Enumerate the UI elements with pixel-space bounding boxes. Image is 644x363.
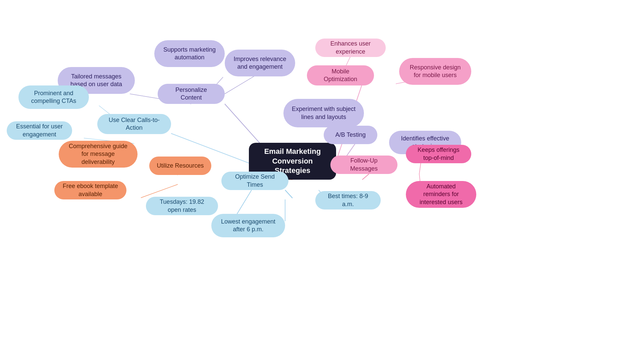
prominent-cta-node: Prominent and compelling CTAs bbox=[18, 85, 89, 109]
experiment-node: Experiment with subject lines and layout… bbox=[283, 99, 364, 127]
free-ebook-node: Free ebook template available bbox=[54, 181, 126, 199]
optimize-send-times-node: Optimize Send Times bbox=[221, 172, 288, 190]
svg-line-16 bbox=[285, 190, 292, 198]
personalize-content-node: Personalize Content bbox=[158, 84, 225, 104]
svg-line-13 bbox=[362, 174, 369, 180]
utilize-resources-node: Utilize Resources bbox=[149, 157, 211, 175]
responsive-design-node: Responsive design for mobile users bbox=[399, 58, 471, 85]
improves-relevance-node: Improves relevance and engagement bbox=[225, 50, 295, 76]
mobile-optimization-node: Mobile Optimization bbox=[307, 65, 374, 85]
svg-line-14 bbox=[419, 162, 421, 174]
tuesdays-node: Tuesdays: 19.82 open rates bbox=[146, 197, 218, 215]
comprehensive-guide-node: Comprehensive guide for message delivera… bbox=[59, 141, 138, 168]
keeps-top-mind-node: Keeps offerings top-of-mind bbox=[406, 145, 471, 163]
supports-marketing-node: Supports marketing automation bbox=[154, 40, 225, 67]
best-times-node: Best times: 8-9 a.m. bbox=[315, 191, 381, 209]
svg-line-17 bbox=[236, 190, 252, 215]
svg-line-3 bbox=[225, 74, 258, 94]
automated-reminders-node: Automated reminders for interested users bbox=[406, 181, 476, 208]
ab-testing-node: A/B Testing bbox=[324, 126, 377, 144]
clear-cta-node: Use Clear Calls-to-Action bbox=[97, 114, 171, 134]
follow-up-node: Follow-Up Messages bbox=[330, 156, 397, 174]
lowest-engagement-node: Lowest engagement after 6 p.m. bbox=[211, 214, 285, 237]
svg-line-22 bbox=[141, 184, 178, 198]
enhances-ux-node: Enhances user experience bbox=[315, 39, 386, 57]
essential-engagement-node: Essential for user engagement bbox=[7, 121, 72, 140]
